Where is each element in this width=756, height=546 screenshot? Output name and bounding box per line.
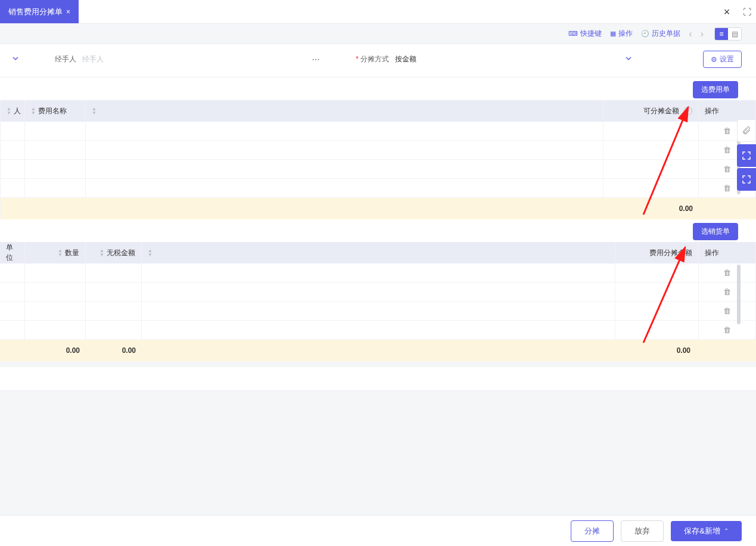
- th-expense-name[interactable]: ▲▼ 费用名称: [25, 100, 86, 122]
- sort-icon: ▲▼: [99, 249, 104, 257]
- th-tax[interactable]: ▲▼ 无税金额: [86, 242, 142, 263]
- scrollbar[interactable]: [737, 265, 741, 324]
- handler-field: 经手人 ···: [55, 52, 320, 66]
- alloc-field: 分摊方式: [356, 52, 632, 66]
- sales-total-alloc: 0.00: [615, 340, 699, 361]
- sales-table: 单位 ▲▼ 数量 ▲▼ 无税金额 ▲▼ 费用分摊金额 操作 🗑: [0, 242, 756, 361]
- table-row[interactable]: 🗑: [0, 160, 756, 179]
- expense-section: 选费用单 ▲▼ 人 ▲▼ 费用名称 ▲▼ 可分摊金额 ? 操作: [0, 77, 756, 219]
- alloc-dropdown-icon[interactable]: [625, 55, 632, 64]
- allocate-button[interactable]: 分摊: [571, 520, 614, 542]
- form-collapse-icon[interactable]: [12, 55, 19, 64]
- expense-total-row: 0.00: [0, 198, 756, 219]
- table-row[interactable]: 🗑: [0, 302, 756, 321]
- sort-icon: ▲▼: [148, 249, 153, 257]
- handler-input[interactable]: [81, 52, 307, 66]
- th-alloc[interactable]: 费用分摊金额: [615, 242, 699, 263]
- delete-row-icon[interactable]: 🗑: [723, 184, 731, 193]
- table-row[interactable]: 🗑: [0, 321, 756, 340]
- table-row[interactable]: 🗑: [0, 122, 756, 141]
- th-alloc-amount[interactable]: 可分摊金额 ?: [603, 100, 699, 122]
- th-unit[interactable]: 单位: [0, 242, 25, 263]
- grid-icon: ▦: [610, 30, 616, 38]
- shortcut-link[interactable]: ⌨ 快捷键: [568, 29, 602, 39]
- sales-total-tax: 0.00: [86, 340, 142, 361]
- th-ops: 操作: [699, 242, 756, 263]
- delete-row-icon[interactable]: 🗑: [723, 306, 731, 315]
- save-new-button[interactable]: 保存&新增 ⌃: [671, 521, 742, 541]
- delete-row-icon[interactable]: 🗑: [723, 325, 731, 334]
- attachment-icon[interactable]: [737, 119, 756, 142]
- expense-total-amount: 0.00: [627, 198, 699, 219]
- sort-icon: ▲▼: [92, 107, 97, 115]
- sales-section: 选销货单 单位 ▲▼ 数量 ▲▼ 无税金额 ▲▼ 费用分摊金额 操作: [0, 219, 756, 361]
- tab-active[interactable]: 销售费用分摊单 ×: [0, 0, 79, 23]
- handler-picker-icon[interactable]: ···: [312, 55, 320, 64]
- toolbar: ⌨ 快捷键 ▦ 操作 🕘 历史单据 ‹ › ≡ ▤: [0, 24, 756, 44]
- keyboard-icon: ⌨: [568, 30, 578, 38]
- expand-panel-icon-2[interactable]: [737, 168, 756, 191]
- delete-row-icon[interactable]: 🗑: [723, 268, 731, 277]
- tab-title: 销售费用分摊单: [8, 7, 63, 17]
- side-tools: [737, 119, 756, 191]
- view-toggle: ≡ ▤: [714, 27, 742, 41]
- th-spacer[interactable]: ▲▼: [142, 242, 615, 263]
- sales-tbody: 🗑 🗑 🗑 🗑: [0, 263, 756, 340]
- table-row[interactable]: 🗑: [0, 283, 756, 302]
- operations-link[interactable]: ▦ 操作: [610, 29, 633, 39]
- th-qty[interactable]: ▲▼ 数量: [25, 242, 86, 263]
- th-ops: 操作: [699, 100, 756, 122]
- prev-record-icon[interactable]: ‹: [689, 29, 692, 39]
- view-card-icon[interactable]: ▤: [728, 28, 741, 40]
- sort-icon: ▲▼: [58, 249, 63, 257]
- history-icon: 🕘: [641, 30, 649, 38]
- footer: 分摊 放弃 保存&新增 ⌃: [0, 515, 756, 546]
- sales-total-qty: 0.00: [25, 340, 86, 361]
- table-row[interactable]: 🗑: [0, 179, 756, 198]
- sort-icon: ▲▼: [7, 107, 11, 115]
- discard-button[interactable]: 放弃: [621, 520, 664, 542]
- chevron-up-icon: ⌃: [724, 528, 729, 534]
- alloc-input[interactable]: [394, 52, 620, 66]
- gap: [0, 361, 756, 367]
- settings-button[interactable]: ⚙ 设置: [703, 51, 742, 68]
- table-row[interactable]: 🗑: [0, 263, 756, 283]
- select-expense-button[interactable]: 选费用单: [693, 81, 738, 98]
- th-spacer[interactable]: ▲▼: [86, 100, 603, 122]
- window-close-icon[interactable]: ×: [721, 7, 732, 17]
- delete-row-icon[interactable]: 🗑: [723, 126, 731, 135]
- handler-label: 经手人: [55, 54, 76, 64]
- th-first[interactable]: ▲▼ 人: [0, 100, 25, 122]
- sales-thead: 单位 ▲▼ 数量 ▲▼ 无税金额 ▲▼ 费用分摊金额 操作: [0, 242, 756, 263]
- fullscreen-icon[interactable]: ⛶: [742, 7, 752, 17]
- info-icon[interactable]: ?: [684, 107, 692, 115]
- delete-row-icon[interactable]: 🗑: [723, 287, 731, 296]
- expand-panel-icon[interactable]: [737, 144, 756, 167]
- form-area: 经手人 ··· 分摊方式 ⚙ 设置: [0, 44, 756, 77]
- expense-tbody: 🗑 🗑 🗑 🗑: [0, 122, 756, 198]
- view-list-icon[interactable]: ≡: [715, 28, 728, 40]
- delete-row-icon[interactable]: 🗑: [723, 145, 731, 154]
- next-record-icon[interactable]: ›: [701, 29, 704, 39]
- tab-bar: 销售费用分摊单 × × ⛶: [0, 0, 756, 24]
- delete-row-icon[interactable]: 🗑: [723, 165, 731, 173]
- sales-total-row: 0.00 0.00 0.00: [0, 340, 756, 361]
- expense-table: ▲▼ 人 ▲▼ 费用名称 ▲▼ 可分摊金额 ? 操作 🗑: [0, 100, 756, 219]
- sort-icon: ▲▼: [31, 107, 36, 115]
- gear-icon: ⚙: [711, 55, 717, 64]
- table-row[interactable]: 🗑: [0, 141, 756, 160]
- expense-thead: ▲▼ 人 ▲▼ 费用名称 ▲▼ 可分摊金额 ? 操作: [0, 100, 756, 122]
- tab-close-icon[interactable]: ×: [66, 8, 70, 16]
- blank-panel: [0, 367, 756, 391]
- history-link[interactable]: 🕘 历史单据: [641, 29, 680, 39]
- select-sales-button[interactable]: 选销货单: [693, 223, 738, 240]
- alloc-label: 分摊方式: [356, 54, 389, 64]
